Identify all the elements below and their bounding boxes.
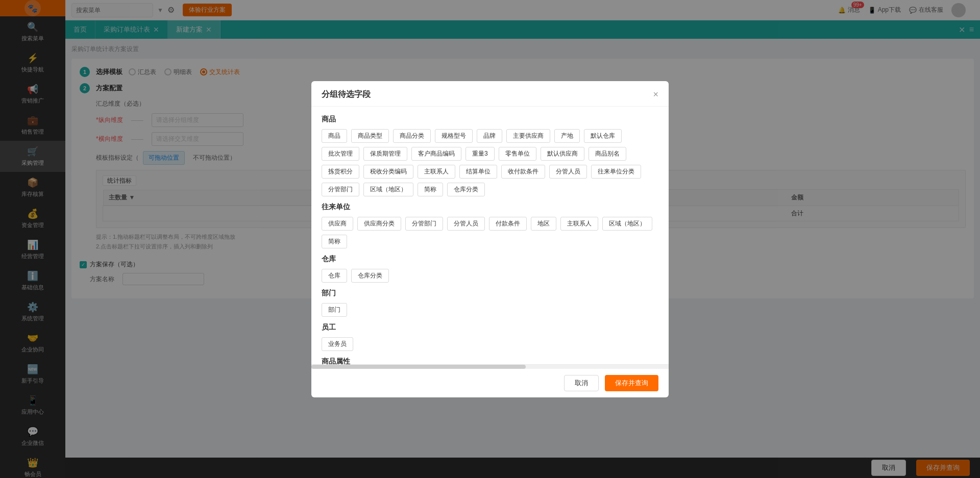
field-tag-goods-25[interactable]: 仓库分类 [447, 183, 485, 196]
field-tag-goods-13[interactable]: 默认供应商 [541, 147, 584, 161]
field-tag-goods-12[interactable]: 零售单位 [499, 147, 536, 161]
modal-cancel-button[interactable]: 取消 [564, 375, 599, 391]
field-tag-goods-14[interactable]: 商品别名 [589, 147, 626, 161]
field-tag-staff-0[interactable]: 业务员 [322, 337, 353, 351]
field-tag-goods-18[interactable]: 结算单位 [459, 165, 497, 179]
field-tag-department-0[interactable]: 部门 [322, 303, 347, 317]
field-tags-warehouse: 仓库仓库分类 [322, 269, 658, 283]
field-tag-goods-9[interactable]: 保质期管理 [363, 147, 407, 161]
field-tags-goods: 商品商品类型商品分类规格型号品牌主要供应商产地默认仓库批次管理保质期管理客户商品… [322, 129, 658, 196]
field-tag-partner-5[interactable]: 地区 [531, 217, 556, 231]
field-group-title-warehouse: 仓库 [322, 255, 658, 264]
field-tag-partner-0[interactable]: 供应商 [322, 217, 353, 231]
field-tag-goods-24[interactable]: 简称 [418, 183, 443, 196]
field-tag-goods-16[interactable]: 税收分类编码 [363, 165, 413, 179]
field-tag-goods-6[interactable]: 产地 [554, 129, 580, 143]
modal-dialog: 分组待选字段 × 商品商品商品类型商品分类规格型号品牌主要供应商产地默认仓库批次… [311, 81, 669, 397]
modal-body[interactable]: 商品商品商品类型商品分类规格型号品牌主要供应商产地默认仓库批次管理保质期管理客户… [311, 107, 669, 365]
field-tag-goods-2[interactable]: 商品分类 [393, 129, 431, 143]
field-tag-partner-1[interactable]: 供应商分类 [357, 217, 401, 231]
field-tag-goods-11[interactable]: 重量3 [465, 147, 495, 161]
field-tag-goods-15[interactable]: 拣货积分 [322, 165, 359, 179]
modal-header: 分组待选字段 × [311, 81, 669, 107]
field-tag-goods-4[interactable]: 品牌 [477, 129, 502, 143]
field-tag-goods-23[interactable]: 区域（地区） [363, 183, 413, 196]
field-tag-goods-10[interactable]: 客户商品编码 [411, 147, 461, 161]
field-tag-warehouse-0[interactable]: 仓库 [322, 269, 347, 283]
field-tag-partner-3[interactable]: 分管人员 [447, 217, 485, 231]
field-tag-partner-4[interactable]: 付款条件 [489, 217, 527, 231]
field-tag-partner-7[interactable]: 区域（地区） [602, 217, 652, 231]
field-group-title-staff: 员工 [322, 323, 658, 332]
field-tag-goods-1[interactable]: 商品类型 [351, 129, 389, 143]
modal-footer: 取消 保存并查询 [311, 368, 669, 397]
field-tags-department: 部门 [322, 303, 658, 317]
field-tag-partner-2[interactable]: 分管部门 [405, 217, 443, 231]
field-group-title-goods: 商品 [322, 115, 658, 124]
field-tag-goods-19[interactable]: 收付款条件 [501, 165, 545, 179]
field-tag-warehouse-1[interactable]: 仓库分类 [351, 269, 389, 283]
field-group-title-department: 部门 [322, 289, 658, 298]
field-group-title-goods_attr: 商品属性 [322, 357, 658, 365]
field-tags-staff: 业务员 [322, 337, 658, 351]
modal-close-button[interactable]: × [653, 89, 658, 100]
field-tag-goods-22[interactable]: 分管部门 [322, 183, 359, 196]
field-tag-partner-6[interactable]: 主联系人 [560, 217, 598, 231]
field-tags-partner: 供应商供应商分类分管部门分管人员付款条件地区主联系人区域（地区）简称 [322, 217, 658, 248]
field-tag-goods-3[interactable]: 规格型号 [435, 129, 473, 143]
modal-overlay: 分组待选字段 × 商品商品商品类型商品分类规格型号品牌主要供应商产地默认仓库批次… [0, 0, 980, 478]
modal-title: 分组待选字段 [322, 89, 371, 100]
field-tag-partner-8[interactable]: 简称 [322, 235, 347, 248]
field-tag-goods-8[interactable]: 批次管理 [322, 147, 359, 161]
modal-save-button[interactable]: 保存并查询 [605, 375, 658, 391]
field-tag-goods-7[interactable]: 默认仓库 [584, 129, 622, 143]
field-tag-goods-17[interactable]: 主联系人 [418, 165, 455, 179]
field-group-title-partner: 往来单位 [322, 203, 658, 212]
modal-scrollbar-thumb [311, 365, 526, 369]
modal-horizontal-scrollbar[interactable] [311, 364, 669, 368]
field-tag-goods-21[interactable]: 往来单位分类 [591, 165, 641, 179]
field-tag-goods-20[interactable]: 分管人员 [549, 165, 587, 179]
field-tag-goods-0[interactable]: 商品 [322, 129, 347, 143]
field-tag-goods-5[interactable]: 主要供应商 [506, 129, 550, 143]
